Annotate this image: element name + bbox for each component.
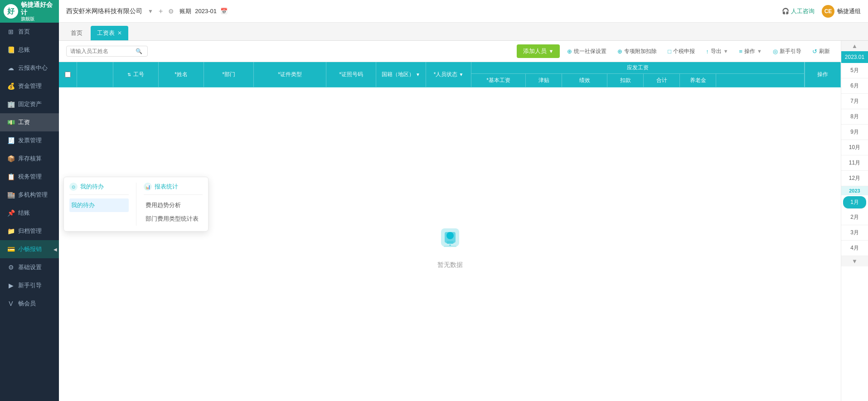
sidebar-item-salary[interactable]: 💵 工资 [0,113,59,131]
tax-report-action[interactable]: □ 个税申报 [664,46,698,57]
select-all-checkbox[interactable] [65,72,71,77]
table-wrapper: ⇅ 工号 *姓名 *部门 *证件类型 *证照号码 [59,62,841,87]
sidebar-item-ledger[interactable]: 📒 总账 [0,41,59,59]
th-nationality-label: *证照号码 [339,71,363,78]
deduct-action[interactable]: ⊕ 专项附加扣除 [614,46,660,57]
user-menu[interactable]: CE 畅捷通组 [822,5,861,18]
month-item-4-2023[interactable]: 4月 [841,241,868,256]
operate-label: 操作 [744,48,755,55]
salary-icon: 💵 [7,119,15,126]
social-security-action[interactable]: ⊕ 统一社保设置 [563,46,610,57]
sidebar-item-fixed[interactable]: 🏢 固定资产 [0,95,59,113]
todo-icon: ⊙ [69,183,78,191]
th-nationality: *证照号码 [326,62,376,87]
month-item-7[interactable]: 7月 [841,94,868,109]
sidebar-item-basic[interactable]: ⚙ 基础设置 [0,258,59,276]
guide-icon: ◎ [773,48,778,55]
company-dropdown-arrow[interactable]: ▼ [148,8,153,14]
empty-state: 暂无数据 [59,87,841,401]
guide-label: 新手引导 [780,48,801,55]
period-value: 2023-01 [195,8,217,14]
sidebar-item-multi[interactable]: 🏬 多机构管理 [0,186,59,204]
sidebar-item-home[interactable]: ⊞ 首页 [0,23,59,41]
month-item-9[interactable]: 9月 [841,125,868,140]
sidebar-item-fund[interactable]: 💰 资金管理 [0,77,59,95]
export-arrow: ▼ [723,48,728,54]
sidebar-item-member[interactable]: V 畅会员 [0,295,59,313]
sidebar-label-inventory: 库存核算 [18,155,42,163]
guide-action[interactable]: ◎ 新手引导 [769,46,805,57]
sidebar-item-invoice[interactable]: 🧾 发票管理 [0,131,59,150]
month-item-11[interactable]: 11月 [841,155,868,171]
tab-close-icon[interactable]: ✕ [117,30,122,36]
submit-filter-icon[interactable]: ▼ [459,72,463,77]
search-input[interactable] [70,48,134,54]
month-item-12[interactable]: 12月 [841,171,868,186]
tab-salary-label: 工资表 [97,29,115,37]
sidebar-label-home: 首页 [18,28,30,36]
period-label: 账期 [179,7,191,15]
month-3-2023-label: 3月 [850,229,859,236]
service-btn[interactable]: 🎧 人工咨询 [782,7,815,15]
company-name: 西安虾米网络科技有限公司 [66,7,142,15]
add-person-button[interactable]: 添加人员 ▼ [517,44,560,58]
month-7-label: 7月 [850,98,859,104]
dropdown-col-todo: ⊙ 我的待办 我的待办 [69,183,129,226]
th-idtype-label: *部门 [222,71,235,78]
month-item-6[interactable]: 6月 [841,78,868,94]
tab-home[interactable]: 首页 [64,26,89,40]
name-sort-icon[interactable]: ⇅ [127,72,131,77]
month-item-3-2023[interactable]: 3月 [841,225,868,241]
sidebar-label-fixed: 固定资产 [18,100,42,108]
dropdown-col-todo-header: ⊙ 我的待办 [69,183,129,195]
month-nav-up[interactable]: ▲ [841,41,868,51]
export-action[interactable]: ↑ 导出 ▼ [702,46,732,57]
month-item-2-2023[interactable]: 2月 [841,210,868,225]
tab-home-label: 首页 [71,29,82,37]
logo-text: 畅捷通好会计 旗舰版 [21,1,55,22]
dept-cost-label: 部门费用类型统计表 [145,215,199,222]
month-item-10[interactable]: 10月 [841,140,868,155]
dropdown-item-dept-cost[interactable]: 部门费用类型统计表 [144,212,203,226]
sidebar-item-inventory[interactable]: 📦 库存核算 [0,150,59,168]
month-item-1-2023[interactable]: 1月 [843,196,866,209]
refresh-action[interactable]: ↺ 刷新 [809,46,834,57]
th-dept: *姓名 [159,62,204,87]
sidebar-label-xiaochang: 小畅报销 [18,245,42,253]
sidebar-label-multi: 多机构管理 [18,191,48,199]
tab-salary[interactable]: 工资表 ✕ [91,26,128,40]
th-name-label: 工号 [133,71,144,78]
operate-action[interactable]: ≡ 操作 ▼ [736,46,766,57]
sidebar-item-archive[interactable]: 📁 归档管理 [0,222,59,240]
sidebar-item-tax[interactable]: 📋 税务管理 [0,168,59,186]
service-icon: 🎧 [782,8,789,14]
th-base: *基本工资 [471,74,526,87]
sidebar-item-closing[interactable]: 📌 结账 [0,204,59,222]
logo-icon: 好 [4,4,18,19]
dropdown-item-my-todo[interactable]: 我的待办 [69,198,129,212]
month-1-2023-label: 1月 [850,199,859,205]
calendar-icon[interactable]: 📅 [220,8,228,14]
month-nav-down[interactable]: ▼ [841,256,868,266]
sidebar-label-guide: 新手引导 [18,281,42,290]
month-item-5[interactable]: 5月 [841,63,868,78]
search-box[interactable]: 🔍 [66,46,148,57]
sidebar-item-cloud[interactable]: ☁ 云报表中心 [0,59,59,77]
month-item-8[interactable]: 8月 [841,109,868,125]
month-5-label: 5月 [850,67,859,73]
deduct-label: 专项附加扣除 [624,48,657,55]
sidebar-item-xiaochang[interactable]: 💳 小畅报销 ◀ [0,240,59,258]
cost-trend-label: 费用趋势分析 [145,202,181,208]
social-label: 统一社保设置 [574,48,606,55]
status-filter-icon[interactable]: ▼ [416,72,420,77]
svg-point-3 [446,232,454,239]
sidebar-item-guide[interactable]: ▶ 新手引导 [0,276,59,295]
guide-icon: ▶ [7,282,15,289]
add-company-btn[interactable]: + [159,7,163,15]
settings-icon[interactable]: ⚙ [168,8,174,15]
month-12-label: 12月 [849,175,860,181]
dropdown-item-cost-trend[interactable]: 费用趋势分析 [144,198,203,212]
th-dept-label: *姓名 [175,71,188,78]
period-display: 账期 2023-01 📅 [179,7,228,15]
th-checkbox[interactable] [59,62,77,87]
